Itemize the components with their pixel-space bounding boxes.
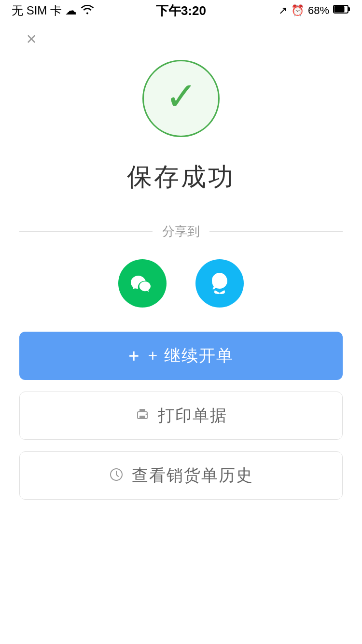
wechat-icon — [128, 269, 157, 298]
continue-label: + 继续开单 — [148, 345, 233, 367]
share-icons-row — [19, 259, 343, 308]
divider-left — [19, 231, 153, 232]
main-content: ✓ 保存成功 分享到 — [0, 21, 362, 500]
success-title: 保存成功 — [127, 160, 235, 194]
alarm-icon: ⏰ — [291, 4, 304, 17]
qq-share-button[interactable] — [195, 259, 244, 308]
location-icon: ↗ — [278, 4, 287, 17]
continue-button[interactable]: + + 继续开单 — [19, 332, 343, 380]
no-sim-text: 无 SIM 卡 ☁ — [12, 3, 77, 18]
svg-rect-4 — [139, 409, 145, 412]
print-label: 打印单据 — [158, 405, 227, 427]
svg-rect-2 — [334, 6, 345, 13]
battery-icon — [333, 4, 350, 17]
share-label: 分享到 — [162, 223, 200, 240]
wifi-icon — [81, 4, 94, 17]
close-button[interactable]: × — [19, 27, 43, 51]
print-button[interactable]: 打印单据 — [19, 392, 343, 440]
divider-right — [209, 231, 343, 232]
wechat-share-button[interactable] — [118, 259, 167, 308]
share-divider-row: 分享到 — [19, 223, 343, 240]
svg-rect-1 — [348, 7, 350, 11]
history-button[interactable]: 查看销货单历史 — [19, 451, 343, 500]
qq-icon — [206, 270, 233, 297]
history-icon — [109, 467, 124, 485]
battery-percent: 68% — [308, 4, 329, 17]
action-buttons: + + 继续开单 打印单据 查看销货单历 — [0, 332, 362, 500]
print-icon — [135, 407, 150, 425]
plus-icon: + — [128, 347, 140, 365]
success-circle: ✓ — [142, 60, 220, 137]
status-bar: 无 SIM 卡 ☁ 下午3:20 ↗ ⏰ 68% — [0, 0, 362, 21]
status-time: 下午3:20 — [156, 2, 206, 19]
share-section: 分享到 — [0, 223, 362, 308]
status-right: ↗ ⏰ 68% — [278, 4, 350, 17]
checkmark-icon: ✓ — [165, 77, 197, 116]
svg-point-6 — [146, 413, 147, 415]
history-label: 查看销货单历史 — [132, 464, 253, 487]
svg-rect-5 — [139, 416, 145, 419]
status-left: 无 SIM 卡 ☁ — [12, 3, 94, 18]
